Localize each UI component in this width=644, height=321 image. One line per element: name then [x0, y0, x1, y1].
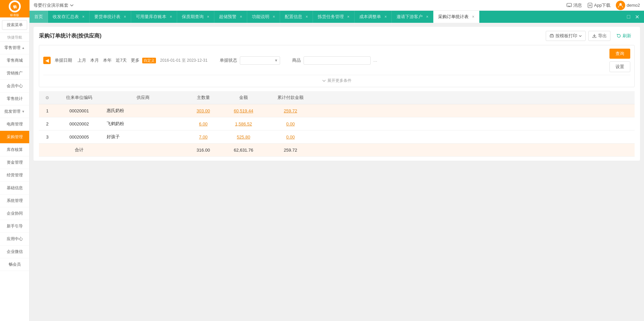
- tab-label: 要货单统计表: [94, 14, 120, 20]
- message-button[interactable]: 消息: [567, 2, 582, 8]
- sidebar-item-finance[interactable]: 资金管理: [0, 156, 29, 169]
- filter-goods-input[interactable]: [304, 56, 371, 65]
- cell-qty[interactable]: 303.00: [183, 104, 223, 117]
- tab-close-icon[interactable]: ×: [240, 14, 242, 19]
- filter-more-btn[interactable]: …: [373, 58, 377, 63]
- cell-paid[interactable]: 0.00: [264, 130, 317, 144]
- sidebar-item-retail-management[interactable]: 零售管理 ▲: [0, 42, 29, 54]
- sidebar-item-basic[interactable]: 基础信息: [0, 182, 29, 195]
- tab-available-stock[interactable]: 可用量库存账本 ×: [131, 11, 177, 23]
- filter-goods-label: 商品: [292, 57, 301, 63]
- app-download-button[interactable]: App下载: [587, 2, 610, 8]
- tab-expiry[interactable]: 保质期查询 ×: [177, 11, 214, 23]
- cell-paid[interactable]: 0.00: [264, 117, 317, 130]
- user-profile[interactable]: demo2: [616, 1, 640, 10]
- page-content: 采购订单统计表(按供应商) 按模板打印 导出 刷新: [30, 23, 644, 321]
- refresh-button[interactable]: 刷新: [613, 31, 635, 41]
- tab-label: 收发存汇总表: [53, 14, 79, 20]
- tab-invite-downstream[interactable]: 邀请下游客户 ×: [392, 11, 433, 23]
- tab-overstock[interactable]: 超储预警 ×: [214, 11, 247, 23]
- tab-label: 配置信息: [285, 14, 302, 20]
- filter-7days-btn[interactable]: 近7天: [114, 57, 128, 64]
- tab-pick-task[interactable]: 拣货任务管理 ×: [313, 11, 355, 23]
- tab-restore-button[interactable]: □: [625, 12, 632, 21]
- template-print-button[interactable]: 按模板打印: [546, 31, 586, 41]
- sidebar-item-ecom[interactable]: 电商管理: [0, 118, 29, 131]
- account-dropdown[interactable]: 母婴行业演示账套: [34, 2, 74, 8]
- tab-config-info[interactable]: 配置信息 ×: [280, 11, 313, 23]
- sidebar-item-corp[interactable]: 企业协同: [0, 207, 29, 220]
- cell-rest: [317, 117, 635, 130]
- sidebar-item-marketing[interactable]: 营销推广: [0, 67, 29, 80]
- main-area: 母婴行业演示账套 消息 App下载 demo2 首页 收: [30, 0, 644, 321]
- sidebar-item-wholesale[interactable]: 批发管理 ▼: [0, 105, 29, 118]
- cell-rest: [317, 104, 635, 117]
- filter-status-select[interactable]: [240, 56, 280, 65]
- filter-more-date-btn[interactable]: 更多: [129, 57, 141, 64]
- footer-empty1: [39, 144, 56, 157]
- cell-paid[interactable]: 259.72: [264, 104, 317, 117]
- sidebar-search-button[interactable]: 搜索菜单: [2, 20, 27, 30]
- sidebar-item-inventory[interactable]: 库存核算: [0, 144, 29, 156]
- sidebar-item-label: 企业微信: [7, 249, 23, 254]
- tab-goods-stats[interactable]: 要货单统计表 ×: [90, 11, 131, 23]
- topbar-right: 消息 App下载 demo2: [567, 1, 640, 10]
- sidebar-item-retail-mall[interactable]: 零售商城: [0, 54, 29, 67]
- sidebar-item-newguide[interactable]: 新手引导: [0, 220, 29, 233]
- tab-close-icon[interactable]: ×: [384, 14, 387, 19]
- cell-amount[interactable]: 60,519.44: [223, 104, 264, 117]
- sidebar-item-label: 畅会员: [9, 262, 21, 267]
- cell-amount[interactable]: 1,586.52: [223, 117, 264, 130]
- tab-close-icon[interactable]: ×: [170, 14, 172, 19]
- sidebar-item-ops[interactable]: 经营管理: [0, 169, 29, 182]
- query-button[interactable]: 查询: [609, 49, 630, 59]
- tab-close-all-button[interactable]: ✕: [633, 12, 641, 21]
- tab-collect-summary[interactable]: 收发存汇总表 ×: [48, 11, 90, 23]
- chevron-down-icon: ▼: [21, 110, 25, 113]
- cell-index: 2: [39, 117, 56, 130]
- sidebar-item-label: 营销推广: [7, 71, 23, 75]
- logo[interactable]: 畅 标准版: [0, 0, 30, 17]
- svg-rect-2: [567, 3, 572, 7]
- export-button[interactable]: 导出: [588, 31, 610, 41]
- tab-close-icon[interactable]: ×: [82, 14, 85, 19]
- tab-purchase-stats[interactable]: 采购订单统计表 ×: [433, 11, 479, 23]
- filter-collapse-button[interactable]: ◀: [43, 57, 51, 64]
- sidebar-item-system[interactable]: 系统管理: [0, 195, 29, 207]
- cell-qty[interactable]: 6.00: [183, 117, 223, 130]
- filter-this-year-btn[interactable]: 本年: [102, 57, 113, 64]
- table-settings-icon[interactable]: ⚙: [45, 95, 49, 100]
- sidebar-item-appcenter[interactable]: 应用中心: [0, 233, 29, 246]
- tab-close-icon[interactable]: ×: [273, 14, 275, 19]
- filter-custom-tag: 自定义: [142, 58, 156, 63]
- footer-rest: [317, 144, 635, 157]
- footer-qty: 316.00: [183, 144, 223, 157]
- sidebar-item-wechat[interactable]: 企业微信: [0, 246, 29, 258]
- filter-this-month-btn[interactable]: 本月: [89, 57, 100, 64]
- sidebar-item-member-center[interactable]: 会员中心: [0, 80, 29, 93]
- footer-amount: 62,631.76: [223, 144, 264, 157]
- cell-qty[interactable]: 7.00: [183, 130, 223, 144]
- tab-close-icon[interactable]: ×: [347, 14, 350, 19]
- tab-close-icon[interactable]: ×: [306, 14, 308, 19]
- th-qty: 主数量: [183, 91, 223, 104]
- tab-close-icon[interactable]: ×: [426, 14, 428, 19]
- tab-home[interactable]: 首页: [30, 11, 48, 23]
- tab-cost-adjust[interactable]: 成本调整单 ×: [355, 11, 392, 23]
- tab-close-icon[interactable]: ×: [124, 14, 126, 19]
- settings-button[interactable]: 设置: [609, 61, 630, 72]
- sidebar-item-label: 系统管理: [7, 198, 23, 203]
- app-label: App下载: [594, 2, 610, 8]
- tab-close-icon[interactable]: ×: [207, 14, 209, 19]
- tab-function-desc[interactable]: 功能说明 ×: [247, 11, 280, 23]
- sidebar-item-retail-stats[interactable]: 零售统计: [0, 93, 29, 105]
- tabbar-actions: □ ✕: [622, 11, 644, 23]
- filter-last-month-btn[interactable]: 上月: [76, 57, 88, 64]
- tab-label: 邀请下游客户: [396, 14, 423, 20]
- sidebar-item-purchase[interactable]: 采购管理: [0, 131, 29, 144]
- expand-more-button[interactable]: 展开更多条件: [43, 75, 630, 84]
- sidebar-item-vip[interactable]: 畅会员: [0, 258, 29, 271]
- tab-close-icon[interactable]: ×: [472, 14, 474, 19]
- cell-amount[interactable]: 525.80: [223, 130, 264, 144]
- cell-code: 00020005: [56, 130, 103, 144]
